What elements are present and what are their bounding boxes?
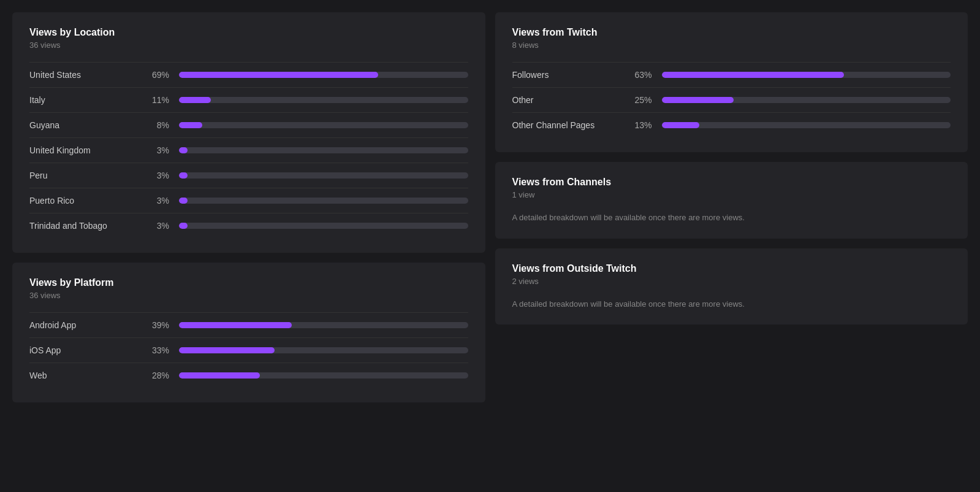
views-by-platform-title: Views by Platform bbox=[29, 277, 468, 288]
row-label: Guyana bbox=[29, 120, 140, 130]
table-row: iOS App33% bbox=[29, 337, 468, 363]
views-from-outside-twitch-subtitle: 2 views bbox=[512, 277, 951, 286]
bar-fill bbox=[179, 72, 378, 78]
row-label: Android App bbox=[29, 320, 140, 330]
bar-fill bbox=[179, 372, 260, 379]
row-label: Peru bbox=[29, 171, 140, 180]
views-by-platform-subtitle: 36 views bbox=[29, 291, 468, 300]
views-from-twitch-title: Views from Twitch bbox=[512, 27, 951, 38]
bar-track bbox=[179, 198, 468, 204]
views-from-channels-card: Views from Channels 1 view A detailed br… bbox=[495, 162, 968, 239]
bar-track bbox=[179, 122, 468, 128]
bar-fill bbox=[179, 122, 202, 128]
table-row: United States69% bbox=[29, 62, 468, 87]
bar-fill bbox=[179, 172, 188, 179]
views-from-twitch-card: Views from Twitch 8 views Followers63%Ot… bbox=[495, 12, 968, 152]
row-pct: 33% bbox=[140, 345, 169, 355]
row-label: Web bbox=[29, 371, 140, 380]
bar-fill bbox=[179, 97, 211, 103]
table-row: Web28% bbox=[29, 363, 468, 388]
row-pct: 8% bbox=[140, 120, 169, 130]
bar-fill bbox=[179, 147, 188, 153]
row-label: Other bbox=[512, 95, 623, 105]
views-by-location-subtitle: 36 views bbox=[29, 40, 468, 50]
views-from-channels-title: Views from Channels bbox=[512, 177, 951, 188]
row-pct: 3% bbox=[140, 145, 169, 155]
left-column: Views by Location 36 views United States… bbox=[12, 12, 485, 402]
row-label: iOS App bbox=[29, 345, 140, 355]
row-pct: 11% bbox=[140, 95, 169, 105]
table-row: Android App39% bbox=[29, 312, 468, 337]
row-label: Trinidad and Tobago bbox=[29, 221, 140, 231]
row-label: Italy bbox=[29, 95, 140, 105]
views-by-platform-rows: Android App39%iOS App33%Web28% bbox=[29, 312, 468, 388]
bar-track bbox=[179, 172, 468, 179]
bar-track bbox=[179, 72, 468, 78]
bar-track bbox=[662, 97, 951, 103]
views-from-twitch-subtitle: 8 views bbox=[512, 40, 951, 50]
row-pct: 3% bbox=[140, 221, 169, 231]
row-pct: 3% bbox=[140, 171, 169, 180]
row-pct: 39% bbox=[140, 320, 169, 330]
table-row: Other Channel Pages13% bbox=[512, 112, 951, 137]
views-from-twitch-rows: Followers63%Other25%Other Channel Pages1… bbox=[512, 62, 951, 137]
bar-fill bbox=[179, 223, 188, 229]
bar-fill bbox=[662, 97, 734, 103]
table-row: Italy11% bbox=[29, 87, 468, 112]
views-by-platform-card: Views by Platform 36 views Android App39… bbox=[12, 263, 485, 402]
table-row: Puerto Rico3% bbox=[29, 188, 468, 213]
main-grid: Views by Location 36 views United States… bbox=[12, 12, 968, 402]
row-pct: 3% bbox=[140, 196, 169, 206]
bar-track bbox=[179, 97, 468, 103]
bar-fill bbox=[179, 347, 275, 353]
row-pct: 13% bbox=[623, 120, 652, 130]
bar-track bbox=[179, 347, 468, 353]
table-row: Followers63% bbox=[512, 62, 951, 87]
row-pct: 69% bbox=[140, 70, 169, 80]
views-from-outside-twitch-title: Views from Outside Twitch bbox=[512, 263, 951, 274]
views-by-location-card: Views by Location 36 views United States… bbox=[12, 12, 485, 253]
views-from-outside-twitch-card: Views from Outside Twitch 2 views A deta… bbox=[495, 248, 968, 325]
views-from-channels-subtitle: 1 view bbox=[512, 190, 951, 199]
table-row: Other25% bbox=[512, 87, 951, 112]
bar-fill bbox=[662, 72, 844, 78]
bar-fill bbox=[179, 322, 292, 328]
views-from-channels-no-data: A detailed breakdown will be available o… bbox=[512, 212, 951, 224]
row-label: United States bbox=[29, 70, 140, 80]
table-row: Trinidad and Tobago3% bbox=[29, 213, 468, 238]
row-pct: 28% bbox=[140, 371, 169, 380]
row-label: Followers bbox=[512, 70, 623, 80]
bar-track bbox=[662, 122, 951, 128]
row-label: United Kingdom bbox=[29, 145, 140, 155]
bar-fill bbox=[662, 122, 699, 128]
table-row: United Kingdom3% bbox=[29, 137, 468, 163]
views-from-outside-twitch-no-data: A detailed breakdown will be available o… bbox=[512, 298, 951, 310]
row-pct: 25% bbox=[623, 95, 652, 105]
row-label: Other Channel Pages bbox=[512, 120, 623, 130]
bar-track bbox=[179, 372, 468, 379]
views-by-location-title: Views by Location bbox=[29, 27, 468, 38]
bar-track bbox=[662, 72, 951, 78]
table-row: Peru3% bbox=[29, 163, 468, 188]
bar-track bbox=[179, 223, 468, 229]
bar-track bbox=[179, 322, 468, 328]
row-label: Puerto Rico bbox=[29, 196, 140, 206]
table-row: Guyana8% bbox=[29, 112, 468, 137]
bar-track bbox=[179, 147, 468, 153]
views-by-location-rows: United States69%Italy11%Guyana8%United K… bbox=[29, 62, 468, 238]
right-column: Views from Twitch 8 views Followers63%Ot… bbox=[495, 12, 968, 402]
row-pct: 63% bbox=[623, 70, 652, 80]
bar-fill bbox=[179, 198, 188, 204]
